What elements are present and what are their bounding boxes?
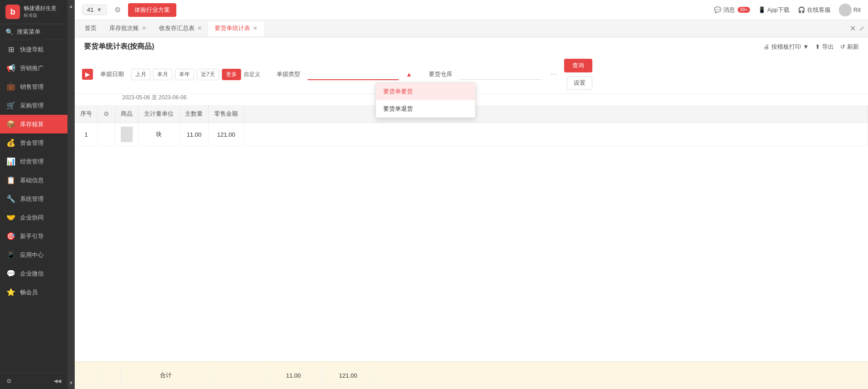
- col-extra: [244, 105, 868, 123]
- cell-settings: [98, 123, 115, 146]
- close-inventory-batch-icon[interactable]: ✕: [142, 25, 146, 31]
- sidebar-item-wechat[interactable]: 💬 企业微信: [0, 264, 67, 283]
- summary-amount: 121.00: [321, 367, 375, 384]
- chevron-down-icon[interactable]: ▼: [96, 6, 102, 13]
- system-icon: 🔧: [6, 194, 15, 203]
- sidebar-item-label: 应用中心: [20, 251, 44, 259]
- dropdown-item-order-return[interactable]: 要货单退货: [376, 100, 475, 118]
- set-button[interactable]: 设置: [567, 76, 592, 90]
- app-download-button[interactable]: 📱 App下载: [758, 6, 790, 14]
- summary-bar: 合计 11.00 121.00: [75, 362, 868, 389]
- tab-order-stats[interactable]: 要货单统计表 ✕: [208, 21, 264, 36]
- dropdown-item-order-goods[interactable]: 要货单要货: [376, 83, 475, 100]
- business-icon: 📊: [6, 157, 15, 166]
- date-custom-btn[interactable]: 自定义: [244, 71, 260, 78]
- messages-button[interactable]: 💬 消息 99+: [714, 6, 750, 14]
- print-template-button[interactable]: 🖨 按模板打印 ▼: [764, 43, 809, 51]
- date-buttons: 上月 本月 本年 近7天 更多 自定义: [131, 69, 260, 80]
- summary-row: 合计 11.00 121.00: [75, 367, 868, 384]
- cell-product: ██ ██: [115, 123, 139, 146]
- date-more-btn[interactable]: 更多: [222, 69, 241, 80]
- sidebar-item-business[interactable]: 📊 经营管理: [0, 152, 67, 171]
- refresh-label: 刷新: [847, 43, 859, 51]
- header-gear-icon[interactable]: ⚙: [114, 5, 121, 14]
- sidebar: b 畅捷通好生意 标准版 🔍 搜索菜单 ⊞ 快捷导航 📢 营销推广 💼 销售管理…: [0, 0, 67, 389]
- sales-icon: 💼: [6, 82, 15, 91]
- warehouse-label: 要货仓库: [429, 70, 452, 78]
- query-button[interactable]: 查询: [564, 59, 592, 72]
- tab-receive-summary[interactable]: 收发存汇总表 ✕: [153, 21, 208, 36]
- scroll-down-icon[interactable]: ▼: [69, 380, 73, 385]
- date-7days-btn[interactable]: 近7天: [197, 69, 219, 80]
- close-all-tabs-icon[interactable]: ✕: [850, 24, 856, 33]
- export-button[interactable]: ⬆ 导出: [815, 43, 834, 51]
- filter-expand-button[interactable]: ▶: [82, 69, 93, 80]
- table-area: 序号 ⚙ 商品 主计量单位 主数量 零售金额 1 ██ ██: [75, 105, 868, 362]
- online-service-label: 在线客服: [807, 6, 831, 14]
- title-actions: 🖨 按模板打印 ▼ ⬆ 导出 ↺ 刷新: [764, 43, 859, 51]
- summary-table: 合计 11.00 121.00: [75, 367, 868, 384]
- message-icon: 💬: [714, 6, 721, 13]
- sidebar-item-label: 营销推广: [20, 64, 44, 72]
- filter-more-icon[interactable]: ···: [551, 70, 557, 78]
- tabs-bar: 首页 库存批次账 ✕ 收发存汇总表 ✕ 要货单统计表 ✕ ✕ ⤢: [75, 20, 868, 37]
- sidebar-item-sales[interactable]: 💼 销售管理: [0, 77, 67, 96]
- sidebar-item-newbie[interactable]: 🎯 新手引导: [0, 227, 67, 246]
- expand-tabs-icon[interactable]: ⤢: [859, 25, 864, 32]
- user-avatar-area[interactable]: Rit: [839, 4, 861, 16]
- close-receive-summary-icon[interactable]: ✕: [197, 25, 202, 31]
- search-menu[interactable]: 🔍 搜索菜单: [0, 24, 67, 40]
- table-body: 1 ██ ██ 块 11.00 121.00: [75, 123, 868, 146]
- settings-icon[interactable]: ⚙: [6, 378, 12, 384]
- date-label: 单据日期: [100, 70, 124, 78]
- sidebar-scrollbar[interactable]: ▲ ▼: [67, 0, 75, 389]
- cell-extra: [244, 123, 868, 146]
- sidebar-item-base[interactable]: 📋 基础信息: [0, 171, 67, 189]
- sidebar-item-collab[interactable]: 🤝 企业协同: [0, 208, 67, 227]
- message-badge: 99+: [738, 7, 750, 13]
- date-this-year-btn[interactable]: 本年: [175, 69, 194, 80]
- sidebar-item-quick-nav[interactable]: ⊞ 快捷导航: [0, 40, 67, 59]
- date-this-month-btn[interactable]: 本月: [153, 69, 172, 80]
- sidebar-item-label: 系统管理: [20, 195, 44, 203]
- column-settings-icon[interactable]: ⚙: [103, 110, 109, 118]
- online-service-button[interactable]: 🎧 在线客服: [798, 6, 831, 14]
- col-settings[interactable]: ⚙: [98, 105, 115, 123]
- header-left: 41 ▼ ⚙ 体验行业方案: [82, 3, 176, 17]
- refresh-button[interactable]: ↺ 刷新: [840, 43, 859, 51]
- sidebar-item-app-center[interactable]: 📱 应用中心: [0, 246, 67, 264]
- chevron-down-icon[interactable]: ▼: [803, 43, 809, 50]
- export-icon: ⬆: [815, 43, 820, 50]
- sidebar-item-system[interactable]: 🔧 系统管理: [0, 189, 67, 208]
- type-input[interactable]: [308, 69, 399, 80]
- collapse-icon[interactable]: ◀◀: [54, 378, 61, 384]
- summary-quantity: 11.00: [266, 367, 321, 384]
- scroll-up-icon[interactable]: ▲: [69, 4, 73, 9]
- sidebar-item-inventory[interactable]: 📦 库存核算: [0, 115, 67, 133]
- base-icon: 📋: [6, 176, 15, 184]
- sidebar-nav: ⊞ 快捷导航 📢 营销推广 💼 销售管理 🛒 采购管理 📦 库存核算 💰 资金管…: [0, 40, 67, 373]
- sidebar-item-finance[interactable]: 💰 资金管理: [0, 133, 67, 152]
- trial-button[interactable]: 体验行业方案: [128, 3, 176, 17]
- purchase-icon: 🛒: [6, 101, 15, 110]
- top-header: 41 ▼ ⚙ 体验行业方案 💬 消息 99+ 📱 App下载 🎧 在线客服: [75, 0, 868, 20]
- sidebar-item-member[interactable]: ⭐ 畅会员: [0, 283, 67, 302]
- sidebar-item-marketing[interactable]: 📢 营销推广: [0, 59, 67, 77]
- sidebar-item-label: 库存核算: [20, 120, 44, 128]
- app-download-label: App下载: [767, 6, 790, 14]
- date-last-month-btn[interactable]: 上月: [131, 69, 150, 80]
- date-range-text: 2023-05-06 至 2023-06-06: [122, 94, 186, 102]
- col-seq: 序号: [75, 105, 98, 123]
- filter-right-btns: 查询 设置: [564, 59, 592, 90]
- close-order-stats-icon[interactable]: ✕: [253, 25, 257, 31]
- main-area: 41 ▼ ⚙ 体验行业方案 💬 消息 99+ 📱 App下载 🎧 在线客服: [75, 0, 868, 389]
- cell-unit: 块: [139, 123, 180, 146]
- type-chevron-up-icon[interactable]: ▲: [406, 71, 412, 78]
- marketing-icon: 📢: [6, 64, 15, 72]
- tab-home[interactable]: 首页: [78, 21, 103, 36]
- store-number: 41 ▼: [82, 5, 107, 15]
- tab-inventory-batch[interactable]: 库存批次账 ✕: [103, 21, 153, 36]
- sidebar-item-purchase[interactable]: 🛒 采购管理: [0, 96, 67, 115]
- warehouse-input[interactable]: [460, 69, 542, 80]
- refresh-icon: ↺: [840, 43, 845, 50]
